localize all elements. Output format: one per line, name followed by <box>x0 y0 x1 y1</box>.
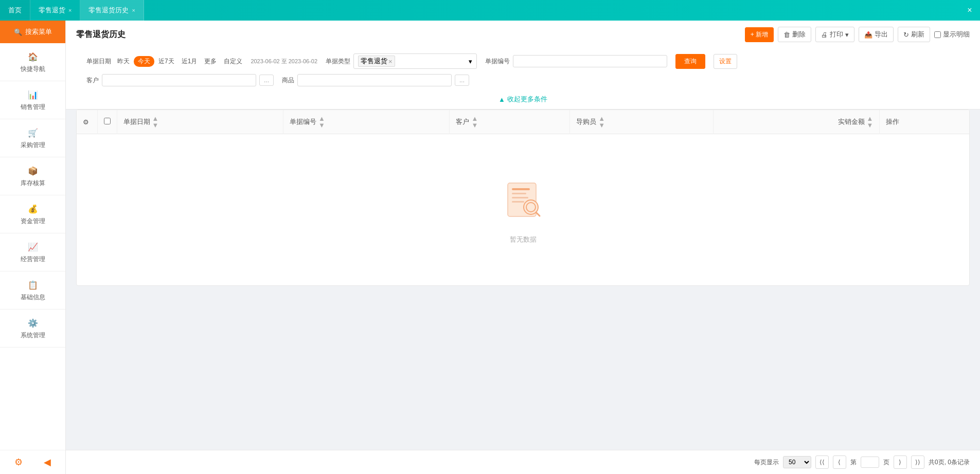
page-title: 零售退货历史 <box>76 29 126 40</box>
doc-number-filter: 单据编号 <box>485 55 667 67</box>
tab-home-label: 首页 <box>8 6 22 15</box>
collapse-button[interactable]: ▲ 收起更多条件 <box>498 95 547 104</box>
page-title-row: 零售退货历史 + 新增 🗑 删除 🖨 打印 ▾ 📤 导出 <box>76 27 970 42</box>
sidebar-item-operations-label: 经营管理 <box>21 255 45 264</box>
column-amount[interactable]: 实销金额 ▲▼ <box>713 110 879 134</box>
show-detail-checkbox[interactable] <box>934 31 941 38</box>
export-button[interactable]: 📤 导出 <box>859 27 894 42</box>
doc-type-select[interactable]: 零售退货 × ▾ <box>353 53 477 69</box>
sort-number[interactable]: 单据编号 ▲▼ <box>290 115 443 129</box>
collapse-up-icon: ▲ <box>498 96 505 103</box>
top-bar: 首页 零售退货 × 零售退货历史 × × <box>0 0 980 21</box>
column-checkbox[interactable] <box>97 110 117 134</box>
show-detail-checkbox-label[interactable]: 显示明细 <box>934 30 970 39</box>
goods-input[interactable] <box>297 74 452 86</box>
filter-area: 单据日期 昨天 今天 近7天 近1月 更多 自定义 2023-06-02 至 2… <box>76 48 970 109</box>
tab-retail-return-history[interactable]: 零售退货历史 × <box>80 0 144 21</box>
sidebar-toggle-button[interactable]: ◀ <box>44 457 51 468</box>
goods-ellipsis-button[interactable]: ... <box>455 75 469 86</box>
window-close-button[interactable]: × <box>959 0 980 21</box>
date-range-display: 2023-06-02 至 2023-06-02 <box>251 58 317 65</box>
select-all-checkbox[interactable] <box>104 118 111 124</box>
data-table: ⚙ 单据日期 ▲▼ <box>77 110 969 285</box>
svg-line-7 <box>536 212 540 216</box>
tab-retail-return-close[interactable]: × <box>68 7 72 13</box>
customer-input[interactable] <box>102 74 256 86</box>
sidebar: 🔍 搜索菜单 🏠 快捷导航 📊 销售管理 🛒 采购管理 📦 库存核算 💰 资金管… <box>0 21 66 474</box>
sidebar-search[interactable]: 🔍 搜索菜单 <box>0 21 65 43</box>
settings-button[interactable]: 设置 <box>714 54 737 69</box>
column-actions-label: 操作 <box>886 118 899 125</box>
table-wrapper: ⚙ 单据日期 ▲▼ <box>76 110 970 286</box>
column-date-label: 单据日期 <box>123 117 150 126</box>
sidebar-settings-button[interactable]: ⚙ <box>14 457 23 468</box>
date-btn-yesterday[interactable]: 昨天 <box>114 56 133 67</box>
quick-nav-icon: 🏠 <box>27 50 39 63</box>
new-button[interactable]: + 新增 <box>745 27 774 42</box>
date-btn-7days[interactable]: 近7天 <box>155 56 177 67</box>
sort-customer[interactable]: 客户 ▲▼ <box>456 115 563 129</box>
tab-retail-return[interactable]: 零售退货 × <box>30 0 80 21</box>
sidebar-item-finance[interactable]: 💰 资金管理 <box>0 195 65 233</box>
print-icon: 🖨 <box>821 31 828 39</box>
page-next-button[interactable]: ⟩ <box>894 455 907 469</box>
page-first-button[interactable]: ⟨⟨ <box>815 455 829 469</box>
purchase-icon: 🛒 <box>27 126 39 139</box>
sidebar-item-operations[interactable]: 📈 经营管理 <box>0 233 65 271</box>
date-btn-1month[interactable]: 近1月 <box>179 56 201 67</box>
search-icon: 🔍 <box>14 28 22 36</box>
refresh-button[interactable]: ↻ 刷新 <box>898 27 930 42</box>
operations-icon: 📈 <box>27 241 39 253</box>
column-date[interactable]: 单据日期 ▲▼ <box>117 110 283 134</box>
svg-rect-1 <box>512 188 530 190</box>
column-customer-label: 客户 <box>456 117 469 126</box>
per-page-select[interactable]: 50 20 100 200 <box>783 456 811 468</box>
sidebar-item-basic-info-label: 基础信息 <box>21 293 45 302</box>
sidebar-item-quick-nav-label: 快捷导航 <box>21 65 45 74</box>
column-settings[interactable]: ⚙ <box>77 110 97 134</box>
column-customer[interactable]: 客户 ▲▼ <box>450 110 570 134</box>
delete-button[interactable]: 🗑 删除 <box>778 27 811 42</box>
goods-filter-label: 商品 <box>282 76 294 85</box>
page-total: 共0页, 0条记录 <box>929 458 970 467</box>
sidebar-item-quick-nav[interactable]: 🏠 快捷导航 <box>0 43 65 81</box>
collapse-label: 收起更多条件 <box>507 95 547 104</box>
print-label: 打印 <box>830 30 843 39</box>
svg-rect-3 <box>512 197 528 198</box>
doc-type-filter: 单据类型 零售退货 × ▾ <box>326 53 477 69</box>
date-btn-today[interactable]: 今天 <box>134 56 154 67</box>
sidebar-item-purchase[interactable]: 🛒 采购管理 <box>0 119 65 157</box>
print-button[interactable]: 🖨 打印 ▾ <box>815 27 854 42</box>
date-btn-more[interactable]: 更多 <box>201 56 220 67</box>
tab-home[interactable]: 首页 <box>0 0 30 21</box>
sidebar-item-sales[interactable]: 📊 销售管理 <box>0 81 65 119</box>
tab-retail-return-label: 零售退货 <box>39 6 65 15</box>
sidebar-bottom: ⚙ ◀ <box>0 450 65 474</box>
column-number[interactable]: 单据编号 ▲▼ <box>283 110 449 134</box>
sidebar-item-purchase-label: 采购管理 <box>21 141 45 150</box>
filter-row-1: 单据日期 昨天 今天 近7天 近1月 更多 自定义 2023-06-02 至 2… <box>86 53 959 69</box>
column-guide[interactable]: 导购员 ▲▼ <box>570 110 714 134</box>
sales-icon: 📊 <box>27 88 39 101</box>
sidebar-item-inventory[interactable]: 📦 库存核算 <box>0 157 65 195</box>
page-prev-button[interactable]: ⟨ <box>833 455 846 469</box>
sort-guide[interactable]: 导购员 ▲▼ <box>576 115 707 129</box>
empty-state: 暂无数据 <box>77 134 969 285</box>
sort-date[interactable]: 单据日期 ▲▼ <box>123 115 277 129</box>
doc-type-tag-close[interactable]: × <box>388 58 393 65</box>
sort-amount[interactable]: 实销金额 ▲▼ <box>720 115 873 129</box>
sidebar-item-system[interactable]: ⚙️ 系统管理 <box>0 309 65 348</box>
main-layout: 🔍 搜索菜单 🏠 快捷导航 📊 销售管理 🛒 采购管理 📦 库存核算 💰 资金管… <box>0 21 980 474</box>
date-btn-custom[interactable]: 自定义 <box>221 56 245 67</box>
content-area: 零售退货历史 + 新增 🗑 删除 🖨 打印 ▾ 📤 导出 <box>66 21 980 474</box>
tab-bar: 首页 零售退货 × 零售退货历史 × <box>0 0 959 21</box>
query-button[interactable]: 查询 <box>675 54 705 69</box>
svg-rect-4 <box>512 201 524 203</box>
tab-retail-return-history-close[interactable]: × <box>132 7 135 13</box>
column-settings-icon[interactable]: ⚙ <box>83 118 89 126</box>
customer-ellipsis-button[interactable]: ... <box>259 75 274 86</box>
page-last-button[interactable]: ⟩⟩ <box>911 455 924 469</box>
page-number-input[interactable]: 1 <box>861 457 879 468</box>
sidebar-item-basic-info[interactable]: 📋 基础信息 <box>0 271 65 309</box>
doc-number-input[interactable] <box>513 55 667 67</box>
